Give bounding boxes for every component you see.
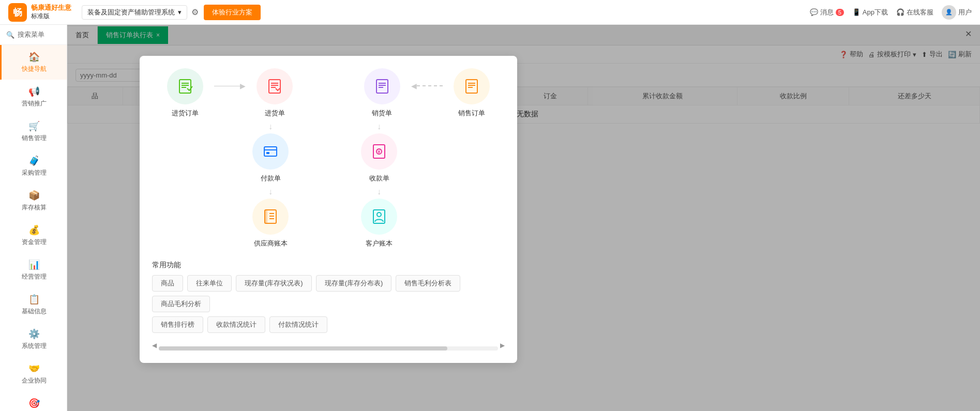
avatar-icon: 👤	[945, 9, 953, 16]
common-functions: 常用功能 商品 往来单位 现存量(库存状况表) 现存量(库存分布表) 销售毛利分…	[152, 261, 505, 333]
svg-rect-4	[269, 80, 280, 93]
logo-text: 畅康通好生意 标准版	[31, 4, 71, 20]
scrollbar-thumb[interactable]	[159, 346, 447, 351]
sidebar-item-sales[interactable]: 🛒 销售管理	[0, 114, 67, 149]
top-right: 💬 消息 5 📱 App下载 🎧 在线客服 👤 用户	[810, 5, 972, 20]
sidebar-label-operation: 经营管理	[22, 272, 47, 281]
sidebar-label-cooperation: 企业协同	[22, 376, 47, 385]
marketing-icon: 📢	[28, 86, 40, 97]
popup-scrollbar	[159, 346, 498, 351]
cf-btn-sales-profit[interactable]: 销售毛利分析表	[396, 275, 460, 292]
newbie-icon: 🎯	[28, 398, 40, 409]
wf-payment[interactable]: 付款单	[237, 133, 304, 183]
sidebar: 🔍 搜索菜单 🏠 快捷导航 📢 营销推广 🛒 销售管理 🧳 采购管理 📦	[0, 25, 67, 411]
phone-icon: 📱	[852, 8, 861, 16]
sidebar-label-inventory: 库存核算	[22, 203, 47, 212]
sale-order-label: 销售订单	[458, 109, 485, 118]
receipt-circle[interactable]: ¥	[361, 133, 397, 170]
wf-sale-order[interactable]: 销售订单	[439, 68, 505, 118]
home-icon: 🏠	[28, 51, 40, 63]
popup-scroll-row: ◀ ▶	[152, 340, 505, 351]
sale-order-circle[interactable]	[454, 68, 490, 104]
message-icon: 💬	[810, 8, 818, 16]
sidebar-item-newbie[interactable]: 🎯 新手引导	[0, 391, 67, 411]
wf-receipt[interactable]: ¥ 收款单	[345, 133, 413, 183]
sidebar-label-quick-guide: 快捷导航	[22, 65, 47, 73]
cf-btn-payment-stats[interactable]: 付款情况统计	[269, 316, 327, 333]
sales-icon: 🛒	[28, 120, 40, 132]
wf-purchase-bill[interactable]: 进货单	[242, 68, 308, 118]
popup-overlay[interactable]: 进货订单 ▶	[67, 25, 980, 411]
sidebar-item-inventory[interactable]: 📦 库存核算	[0, 184, 67, 218]
svg-rect-23	[265, 210, 267, 223]
message-btn[interactable]: 💬 消息 5	[810, 8, 844, 17]
wf-sale-bill[interactable]: 销货单	[349, 68, 415, 118]
sidebar-search[interactable]: 🔍 搜索菜单	[0, 25, 67, 45]
purchase-order-label: 进货订单	[172, 109, 199, 118]
customer-ledger-circle[interactable]	[361, 199, 397, 235]
payment-circle[interactable]	[252, 133, 289, 170]
system-title: 装备及固定资产辅助管理系统	[87, 8, 175, 17]
sidebar-label-system: 系统管理	[22, 342, 47, 351]
cf-btn-partner[interactable]: 往来单位	[187, 275, 232, 292]
cf-buttons-row1: 商品 往来单位 现存量(库存状况表) 现存量(库存分布表) 销售毛利分析表 商品…	[152, 275, 505, 312]
wf-supplier-ledger[interactable]: 供应商账本	[237, 199, 304, 248]
purchase-bill-circle[interactable]	[257, 68, 293, 104]
logo-icon: 畅	[8, 3, 27, 22]
logo-area: 畅 畅康通好生意 标准版	[8, 3, 71, 22]
finance-icon: 💰	[28, 224, 40, 236]
experience-btn[interactable]: 体验行业方案	[204, 5, 261, 20]
cf-buttons-row2: 销售排行榜 收款情况统计 付款情况统计	[152, 316, 505, 333]
sidebar-item-system[interactable]: ⚙️ 系统管理	[0, 322, 67, 357]
scroll-right-btn[interactable]: ▶	[500, 342, 505, 349]
sale-bill-circle[interactable]	[364, 68, 400, 104]
online-service-btn[interactable]: 🎧 在线客服	[896, 8, 933, 17]
workflow-diagram: 进货订单 ▶	[152, 68, 505, 252]
system-selector[interactable]: 装备及固定资产辅助管理系统 ▾	[82, 5, 187, 20]
sidebar-label-finance: 资金管理	[22, 238, 47, 247]
sidebar-label-basic-info: 基础信息	[22, 307, 47, 316]
app-download-btn[interactable]: 📱 App下载	[852, 8, 888, 17]
sidebar-item-quick-guide[interactable]: 🏠 快捷导航	[0, 45, 67, 80]
purchase-bill-label: 进货单	[265, 109, 285, 118]
svg-point-28	[377, 212, 381, 217]
supplier-ledger-circle[interactable]	[252, 199, 289, 235]
cf-btn-stock-dist[interactable]: 现存量(库存分布表)	[316, 275, 392, 292]
sidebar-item-cooperation[interactable]: 🤝 企业协同	[0, 357, 67, 391]
message-badge: 5	[836, 9, 844, 16]
scroll-left-btn[interactable]: ◀	[152, 342, 157, 349]
cf-btn-sales-rank[interactable]: 销售排行榜	[152, 316, 203, 333]
sidebar-label-marketing: 营销推广	[22, 99, 47, 108]
operation-icon: 📊	[28, 259, 40, 270]
chevron-down-icon: ▾	[178, 8, 182, 16]
wf-customer-ledger[interactable]: 客户账本	[345, 199, 413, 248]
search-icon: 🔍	[6, 31, 14, 39]
avatar: 👤	[942, 5, 956, 20]
workflow-row-2: 付款单 ¥ 收款单	[152, 133, 505, 183]
payment-label: 付款单	[261, 174, 281, 183]
purchase-icon: 🧳	[28, 155, 40, 166]
sidebar-label-sales: 销售管理	[22, 134, 47, 143]
purchase-order-circle[interactable]	[167, 68, 203, 104]
sidebar-item-basic-info[interactable]: 📋 基础信息	[0, 287, 67, 322]
gear-icon[interactable]: ⚙	[191, 7, 199, 17]
svg-rect-16	[264, 147, 277, 156]
wf-purchase-order[interactable]: 进货订单	[152, 68, 218, 118]
headset-icon: 🎧	[896, 8, 904, 16]
supplier-ledger-label: 供应商账本	[254, 239, 288, 248]
sidebar-item-finance[interactable]: 💰 资金管理	[0, 218, 67, 253]
user-avatar[interactable]: 👤 用户	[942, 5, 972, 20]
sidebar-item-purchase[interactable]: 🧳 采购管理	[0, 149, 67, 184]
cooperation-icon: 🤝	[28, 363, 40, 374]
top-bar: 畅 畅康通好生意 标准版 装备及固定资产辅助管理系统 ▾ ⚙ 体验行业方案 💬 …	[0, 0, 980, 25]
cf-btn-stock-status[interactable]: 现存量(库存状况表)	[236, 275, 312, 292]
svg-rect-18	[266, 152, 269, 154]
cf-btn-product[interactable]: 商品	[152, 275, 183, 292]
sidebar-item-operation[interactable]: 📊 经营管理	[0, 253, 67, 287]
inventory-icon: 📦	[28, 190, 40, 201]
sidebar-item-marketing[interactable]: 📢 营销推广	[0, 80, 67, 114]
svg-text:¥: ¥	[377, 149, 381, 155]
popup-box: 进货订单 ▶	[140, 56, 517, 363]
cf-btn-receipt-stats[interactable]: 收款情况统计	[207, 316, 265, 333]
cf-btn-product-profit[interactable]: 商品毛利分析	[152, 296, 210, 312]
